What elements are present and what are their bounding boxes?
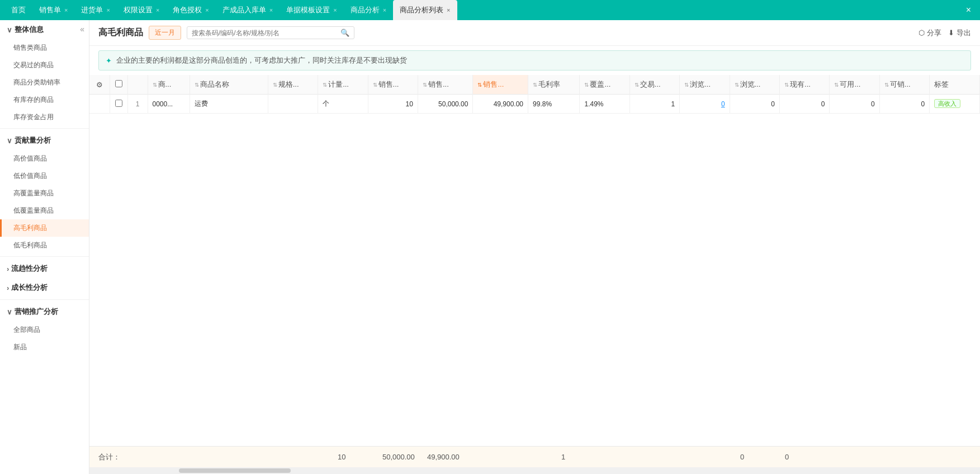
horizontal-scrollbar[interactable] [89,467,980,474]
col-code: ⇅商... [148,75,190,95]
data-table: ⚙ ⇅商... ⇅商品名称 ⇅规格... [89,75,980,114]
search-icon[interactable]: 🔍 [340,29,349,37]
share-icon: ⬡ [919,29,925,37]
col-avail-qty: ⇅可用... [830,75,879,95]
sidebar-item-new-goods[interactable]: 新品 [0,339,89,356]
sidebar-section-trend[interactable]: › 流趋性分析 [0,259,89,278]
footer-cell-empty2 [512,453,557,461]
cell-sellable-qty: 0 [879,95,929,114]
info-icon: ✦ [106,57,112,65]
col-browse2: ⇅浏览... [730,75,779,95]
nav-tab-template-close[interactable]: × [333,7,337,13]
sidebar-divider-3 [0,299,89,300]
col-sales-amt: ⇅销售... [418,75,473,95]
col-sales-profit: ⇅销售... [473,75,528,95]
header-actions: ⬡ 分享 ⬇ 导出 [919,28,971,38]
cell-tag: 高收入 [930,95,980,114]
nav-tab-product-instock-close[interactable]: × [269,7,273,13]
content-header: 高毛利商品 近一月 🔍 ⬡ 分享 ⬇ 导出 [89,20,980,46]
row-checkbox[interactable] [115,100,122,107]
sidebar-item-low-margin[interactable]: 低毛利商品 [0,237,89,254]
info-banner: ✦ 企业的主要的利润都是这部分商品创造的，可考虑加大推广，同时关注库存是不要出现… [98,50,971,71]
col-unit: ⇅计量... [318,75,368,95]
col-checkbox[interactable] [110,75,127,95]
sidebar-item-high-coverage[interactable]: 高覆盖量商品 [0,185,89,202]
nav-tab-product-analysis[interactable]: 商品分析 × [344,0,393,20]
arrow-icon-5: ∨ [7,308,12,316]
window-close-button[interactable]: × [962,5,976,15]
nav-tab-role-close[interactable]: × [205,7,209,13]
sidebar-section-marketing[interactable]: ∨ 营销推广分析 [0,302,89,321]
sidebar-collapse-button[interactable]: « [80,25,84,34]
sidebar-item-low-coverage[interactable]: 低覆盖量商品 [0,202,89,219]
sidebar-divider-2 [0,256,89,257]
footer-cell-empty4 [646,453,691,461]
col-stock-qty: ⇅现有... [780,75,830,95]
col-name: ⇅商品名称 [190,75,268,95]
col-settings[interactable]: ⚙ [89,75,110,95]
nav-tab-product-analysis-list[interactable]: 商品分析列表 × [393,0,457,20]
info-banner-text: 企业的主要的利润都是这部分商品创造的，可考虑加大推广，同时关注库存是不要出现缺货 [116,55,407,65]
cell-sales-qty: 10 [368,95,418,114]
cell-checkbox[interactable] [110,95,127,114]
cell-no: 1 [127,95,148,114]
nav-tab-role[interactable]: 角色授权 × [166,0,215,20]
export-button[interactable]: ⬇ 导出 [948,28,971,38]
nav-tab-purchase[interactable]: 进货单 × [74,0,116,20]
footer-cell-empty3 [602,453,646,461]
sidebar-item-in-stock-goods[interactable]: 有库存的商品 [0,91,89,109]
cell-spec [268,95,318,114]
cell-settings [89,95,110,114]
nav-tab-template[interactable]: 单据模板设置 × [280,0,343,20]
cell-browse1[interactable]: 0 [680,95,730,114]
sidebar-item-all-goods[interactable]: 全部商品 [0,321,89,339]
nav-tab-product-instock[interactable]: 产成品入库单 × [216,0,280,20]
col-gross-rate: ⇅毛利率 [528,75,580,95]
settings-icon[interactable]: ⚙ [96,81,103,89]
content-area: 高毛利商品 近一月 🔍 ⬡ 分享 ⬇ 导出 ✦ 企业的主要的利润都是这部分商品创… [89,20,980,474]
sidebar-item-traded-goods[interactable]: 交易过的商品 [0,57,89,74]
cell-sales-profit: 49,900.00 [473,95,528,114]
select-all-checkbox[interactable] [115,80,122,87]
arrow-icon-2: ∨ [7,137,12,145]
footer-cell-empty1 [467,453,512,461]
filter-recent-month-button[interactable]: 近一月 [149,26,181,40]
cell-code: 0000... [148,95,190,114]
sidebar-section-growth[interactable]: › 成长性分析 [0,278,89,297]
footer-cell-sellable: 0 [780,453,825,461]
table-wrapper[interactable]: ⚙ ⇅商... ⇅商品名称 ⇅规格... [89,75,980,446]
sidebar-item-sales-goods[interactable]: 销售类商品 [0,39,89,57]
table-row: 1 0000... 运费 个 10 50,000.00 49,900.00 99… [89,95,980,114]
nav-tab-permission[interactable]: 权限设置 × [117,0,166,20]
nav-tab-permission-close[interactable]: × [156,7,159,13]
search-input[interactable] [192,29,340,37]
sidebar-section-overall[interactable]: ∨ 整体信息 [0,20,89,39]
share-button[interactable]: ⬡ 分享 [919,28,941,38]
sidebar-item-low-value[interactable]: 低价值商品 [0,167,89,185]
footer-cell-sales-qty: 10 [333,453,378,461]
sidebar-item-high-value[interactable]: 高价值商品 [0,150,89,167]
nav-tab-sales[interactable]: 销售单 × [32,0,74,20]
nav-tab-sales-close[interactable]: × [64,7,68,13]
nav-tab-home[interactable]: 首页 [4,0,32,20]
sidebar-item-stock-capital[interactable]: 库存资金占用 [0,109,89,126]
export-icon: ⬇ [948,29,954,37]
col-no [127,75,148,95]
cell-stock-qty: 0 [780,95,830,114]
nav-tab-product-analysis-list-close[interactable]: × [447,7,450,13]
nav-tab-product-analysis-close[interactable]: × [383,7,386,13]
footer-cell-trade: 1 [557,453,602,461]
col-coverage: ⇅覆盖... [580,75,629,95]
main-layout: « ∨ 整体信息 销售类商品 交易过的商品 商品分类助销率 有库存的商品 库存资… [0,20,980,474]
scrollbar-thumb[interactable] [179,468,291,473]
sidebar-divider-1 [0,128,89,129]
col-sales-qty: ⇅销售... [368,75,418,95]
page-title: 高毛利商品 [98,27,143,39]
nav-tab-purchase-close[interactable]: × [106,7,110,13]
cell-unit: 个 [318,95,368,114]
sidebar: « ∨ 整体信息 销售类商品 交易过的商品 商品分类助销率 有库存的商品 库存资… [0,20,89,474]
sidebar-item-high-margin[interactable]: 高毛利商品 [0,219,89,237]
col-spec: ⇅规格... [268,75,318,95]
sidebar-item-category-rate[interactable]: 商品分类助销率 [0,74,89,91]
sidebar-section-contribution[interactable]: ∨ 贡献量分析 [0,131,89,150]
